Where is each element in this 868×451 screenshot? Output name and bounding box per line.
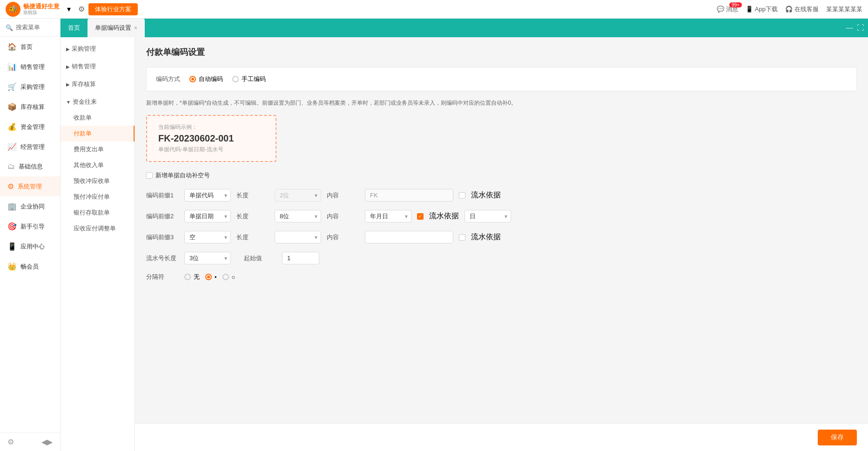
app-download-item[interactable]: 📱 App下载 bbox=[746, 5, 778, 13]
sub-sidebar: ▶ 采购管理 ▶ 销售管理 ▶ 库存核算 bbox=[61, 37, 135, 451]
auto-fill-row: 新增单据自动补空号 bbox=[146, 171, 857, 180]
prefix-select-1[interactable]: 单据代码 bbox=[184, 189, 231, 202]
tab-close-icon[interactable]: × bbox=[134, 25, 137, 31]
member-icon: 👑 bbox=[7, 262, 17, 271]
separator-dot-option[interactable]: • bbox=[205, 274, 217, 281]
sidebar-item-purchase[interactable]: 🛒 采购管理 bbox=[0, 77, 60, 97]
auto-code-option[interactable]: 自动编码 bbox=[189, 75, 223, 83]
start-value-input[interactable] bbox=[282, 252, 319, 264]
content-label-3: 内容 bbox=[327, 233, 359, 242]
sidebar-item-inventory[interactable]: 📦 库存核算 bbox=[0, 97, 60, 117]
sidebar-item-home[interactable]: 🏠 首页 bbox=[0, 37, 60, 57]
sidebar-item-guide[interactable]: 🎯 新手引导 bbox=[0, 216, 60, 236]
trial-button[interactable]: 体验行业方案 bbox=[88, 3, 138, 15]
serial-length-select[interactable]: 3位 bbox=[184, 252, 231, 264]
sub-sidebar-item-expense[interactable]: 费用支出单 bbox=[61, 141, 135, 157]
sub-sidebar-item-bank[interactable]: 银行存取款单 bbox=[61, 205, 135, 221]
save-button[interactable]: 保存 bbox=[818, 430, 857, 445]
sub-sidebar-item-pre-receipt[interactable]: 预收冲应收单 bbox=[61, 173, 135, 189]
sub-sidebar-title-inventory[interactable]: ▶ 库存核算 bbox=[61, 76, 135, 92]
sidebar-item-member[interactable]: 👑 畅会员 bbox=[0, 256, 60, 276]
brand-text: 畅捷通好生意 旗舰版 bbox=[23, 3, 60, 16]
sidebar-item-enterprise[interactable]: 🏢 企业协同 bbox=[0, 196, 60, 216]
arrow-right-icon: ▶ bbox=[66, 82, 70, 87]
length-select-wrapper-3 bbox=[275, 231, 321, 243]
brand-icon: 🐝 bbox=[6, 2, 20, 17]
content-select-2[interactable]: 年月日 bbox=[365, 210, 411, 222]
sidebar-nav: 🏠 首页 📊 销售管理 🛒 采购管理 📦 库存核算 💰 资金管理 📈 经 bbox=[0, 37, 60, 432]
sub-sidebar-group-inventory: ▶ 库存核算 bbox=[61, 76, 135, 92]
sidebar-item-sales[interactable]: 📊 销售管理 bbox=[0, 57, 60, 77]
sub-sidebar-title-purchase[interactable]: ▶ 采购管理 bbox=[61, 41, 135, 57]
prefix-select-3[interactable]: 空 bbox=[184, 231, 231, 243]
sidebar-item-label: 基础信息 bbox=[19, 162, 43, 171]
sub-sidebar-group-sales: ▶ 销售管理 bbox=[61, 59, 135, 74]
sidebar-item-finance[interactable]: 💰 资金管理 bbox=[0, 117, 60, 137]
separator-circle-option[interactable]: ○ bbox=[222, 274, 236, 281]
water-checkbox-2[interactable] bbox=[417, 213, 424, 220]
user-item[interactable]: 某某某某某某 bbox=[826, 5, 862, 13]
serial-length-wrapper: 3位 bbox=[184, 252, 231, 264]
online-service-item[interactable]: 🎧 在线客服 bbox=[785, 5, 819, 13]
finance-icon: 💰 bbox=[7, 122, 17, 131]
length-label-1: 长度 bbox=[236, 191, 269, 200]
sub-sidebar-item-receipt[interactable]: 收款单 bbox=[61, 110, 135, 126]
sub-sidebar-item-adjustment[interactable]: 应收应付调整单 bbox=[61, 221, 135, 236]
serial-length-label: 流水号长度 bbox=[146, 254, 179, 263]
sidebar-item-system[interactable]: ⚙ 系统管理 bbox=[0, 176, 60, 196]
tab-minimize-icon[interactable]: — bbox=[846, 24, 853, 32]
separator-dot-radio[interactable] bbox=[205, 274, 212, 280]
sidebar-item-basic[interactable]: 🗂 基础信息 bbox=[0, 157, 60, 176]
sales-icon: 📊 bbox=[7, 62, 17, 71]
water-checkbox-3[interactable] bbox=[459, 234, 465, 241]
sidebar-item-label: 系统管理 bbox=[18, 182, 42, 191]
manual-code-radio[interactable] bbox=[232, 76, 239, 82]
inventory-icon: 📦 bbox=[7, 102, 17, 111]
message-icon: 💬 bbox=[717, 6, 724, 13]
search-icon: 🔍 bbox=[6, 24, 13, 31]
length-select-2[interactable]: 8位 bbox=[275, 210, 321, 222]
water-unit-select-2[interactable]: 日 bbox=[464, 210, 511, 222]
tab-maximize-icon[interactable]: ⛶ bbox=[857, 24, 864, 32]
collapse-icon[interactable]: ◀▶ bbox=[41, 438, 53, 446]
info-text: 新增单据时，*单据编码*自动生成，不可编辑。前缀设置为部门、业务员等档案类，开单… bbox=[146, 99, 857, 108]
sidebar-item-label: 库存核算 bbox=[20, 103, 45, 111]
settings-bottom-icon[interactable]: ⚙ bbox=[7, 438, 14, 446]
length-select-wrapper-1: 2位 bbox=[275, 189, 321, 202]
purchase-icon: 🛒 bbox=[7, 82, 17, 91]
gear-icon[interactable]: ⚙ bbox=[78, 5, 85, 13]
water-label-2: 流水依据 bbox=[429, 211, 459, 221]
sub-sidebar-item-pre-payment[interactable]: 预付冲应付单 bbox=[61, 189, 135, 205]
topbar: 🐝 畅捷通好生意 旗舰版 ▾ ⚙ 体验行业方案 💬 消息 99+ 📱 App下载… bbox=[0, 0, 868, 19]
length-label-3: 长度 bbox=[236, 233, 269, 242]
prefix-select-2[interactable]: 单据日期 bbox=[184, 210, 231, 222]
user-name: 某某某某某某 bbox=[826, 5, 862, 13]
tab-home[interactable]: 首页 bbox=[61, 19, 87, 37]
separator-none-option[interactable]: 无 bbox=[184, 273, 200, 281]
sub-sidebar-title-sales[interactable]: ▶ 销售管理 bbox=[61, 59, 135, 74]
water-checkbox-1[interactable] bbox=[459, 192, 465, 199]
sub-sidebar-item-other-income[interactable]: 其他收入单 bbox=[61, 157, 135, 173]
sidebar-search[interactable]: 🔍 搜索菜单 bbox=[0, 19, 60, 37]
tab-active[interactable]: 单据编码设置 × bbox=[87, 19, 145, 37]
home-icon: 🏠 bbox=[7, 42, 17, 51]
sub-sidebar-title-finance[interactable]: ▼ 资金往来 bbox=[61, 94, 135, 110]
prefix-label-1: 编码前缀1 bbox=[146, 191, 179, 200]
auto-fill-checkbox[interactable] bbox=[146, 172, 153, 179]
system-icon: ⚙ bbox=[7, 182, 14, 191]
sub-sidebar-item-payment[interactable]: 付款单 bbox=[61, 126, 135, 141]
separator-none-radio[interactable] bbox=[184, 274, 191, 280]
app-icon: 📱 bbox=[746, 6, 753, 13]
sidebar: 🔍 搜索菜单 🏠 首页 📊 销售管理 🛒 采购管理 📦 库存核算 💰 bbox=[0, 19, 61, 451]
start-value-label: 起始值 bbox=[244, 254, 276, 263]
auto-code-radio[interactable] bbox=[189, 76, 196, 82]
topbar-right: 💬 消息 99+ 📱 App下载 🎧 在线客服 某某某某某某 bbox=[717, 5, 862, 13]
topbar-dropdown[interactable]: ▾ bbox=[63, 5, 74, 13]
sidebar-item-app-center[interactable]: 📱 应用中心 bbox=[0, 236, 60, 256]
message-item[interactable]: 💬 消息 99+ bbox=[717, 5, 738, 13]
app-center-icon: 📱 bbox=[7, 242, 17, 251]
separator-circle-radio[interactable] bbox=[222, 274, 229, 280]
length-select-3[interactable] bbox=[275, 231, 321, 243]
sidebar-item-operations[interactable]: 📈 经营管理 bbox=[0, 137, 60, 157]
manual-code-option[interactable]: 手工编码 bbox=[232, 75, 266, 83]
